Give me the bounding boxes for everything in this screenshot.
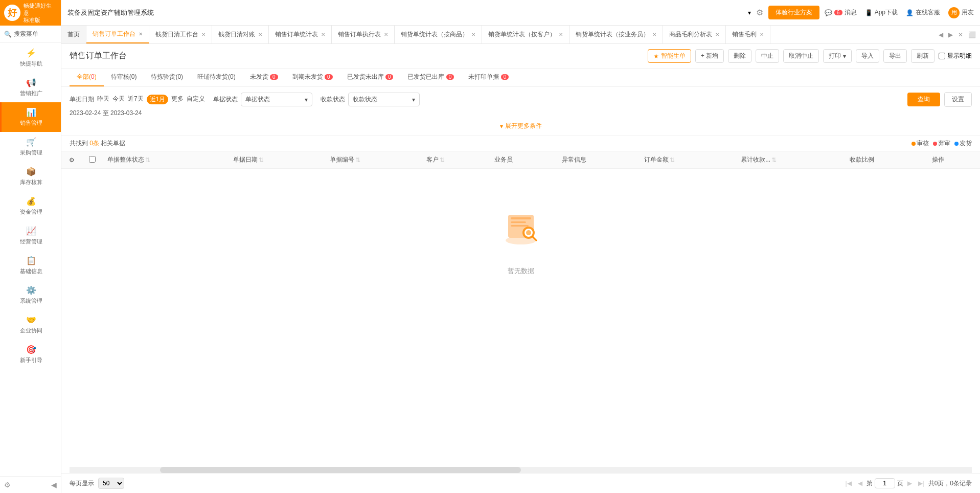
tab-sales-exec[interactable]: 销售订单执行表 ✕ (332, 26, 395, 43)
ship-btn[interactable]: 发货 (954, 139, 972, 148)
sidebar-item-guide[interactable]: 🎯 新手引导 (0, 340, 61, 369)
tab-close-cash-daily[interactable]: ✕ (201, 32, 206, 37)
tab-sales-summary-staff[interactable]: 销货单统计表（按业务员） ✕ (569, 26, 663, 43)
tab-sales-profit[interactable]: 销售毛利 ✕ (726, 26, 770, 43)
tab-sales-summary-customer[interactable]: 销货单统计表（按客户） ✕ (482, 26, 569, 43)
filter-tab-pending-review[interactable]: 待审核(0) (104, 69, 144, 86)
filter-tab-not-shipped[interactable]: 未发货 0 (243, 69, 285, 86)
sidebar-item-finance[interactable]: 💰 资金管理 (0, 191, 61, 221)
date-label: 单据日期 (70, 95, 94, 104)
tab-sales-stats[interactable]: 销售订单统计表 ✕ (269, 26, 332, 43)
filter-tab-pending-inspect[interactable]: 待拣验货(0) (144, 69, 190, 86)
industry-solution-btn[interactable]: 体验行业方案 (768, 6, 819, 19)
tab-next-btn[interactable]: ▶ (946, 30, 955, 39)
next-page-btn[interactable]: ▶ (905, 479, 914, 488)
tab-close-sales-summary-staff[interactable]: ✕ (652, 32, 656, 37)
sort-date[interactable]: 单据日期 ⇅ (233, 155, 320, 164)
settings-bottom-btn[interactable]: ⚙ (4, 481, 11, 489)
filter-tab-wangpu[interactable]: 旺铺待发货(0) (190, 69, 243, 86)
status-select[interactable]: 单据状态 ▾ (241, 93, 312, 106)
sidebar-search[interactable]: 🔍 搜索菜单 (0, 26, 61, 43)
sort-number[interactable]: 单据编号 ⇅ (330, 155, 416, 164)
stop-btn[interactable]: 中止 (756, 49, 779, 63)
sort-collected[interactable]: 累计收款... ⇅ (741, 155, 839, 164)
import-btn[interactable]: 导入 (856, 49, 879, 63)
col-settings[interactable]: ⚙ (61, 151, 82, 169)
tab-close-sales-workbench[interactable]: ✕ (139, 31, 143, 37)
tab-profit-analysis[interactable]: 商品毛利分析表 ✕ (663, 26, 726, 43)
tab-close-profit-analysis[interactable]: ✕ (715, 32, 719, 37)
smart-create-btn[interactable]: ★ 智能生单 (648, 49, 691, 63)
select-all-checkbox[interactable] (89, 156, 96, 163)
refresh-btn[interactable]: 刷新 (911, 49, 935, 63)
review-btn[interactable]: 审核 (911, 139, 929, 148)
add-btn[interactable]: + 新增 (695, 49, 724, 63)
filter-tab-shipped-out[interactable]: 已发货已出库 0 (400, 69, 461, 86)
query-btn[interactable]: 查询 (907, 93, 940, 106)
sidebar-item-marketing[interactable]: 📢 营销推广 (0, 73, 61, 102)
tab-close-sales-summary-customer[interactable]: ✕ (559, 32, 563, 37)
page-input[interactable] (875, 478, 895, 488)
date-1month[interactable]: 近1月 (147, 95, 169, 104)
tab-sales-summary-product[interactable]: 销货单统计表（按商品） ✕ (395, 26, 482, 43)
tab-close-all-btn[interactable]: ✕ (956, 30, 965, 39)
app-download-btn[interactable]: 📱 App下载 (865, 8, 898, 17)
sidebar-item-purchase[interactable]: 🛒 采购管理 (0, 132, 61, 162)
prev-page-btn[interactable]: ◀ (856, 479, 864, 488)
sidebar-item-enterprise[interactable]: 🤝 企业协同 (0, 310, 61, 340)
date-more[interactable]: 更多 (171, 95, 184, 104)
online-service-btn[interactable]: 👤 在线客服 (906, 8, 940, 17)
per-page-select[interactable]: 10 20 50 100 (98, 478, 124, 489)
sidebar-item-inventory[interactable]: 📦 库存核算 (0, 162, 61, 191)
delete-btn[interactable]: 删除 (728, 49, 751, 63)
tabbar: 首页 销售订单工作台 ✕ 钱货日清工作台 ✕ 钱货日清对账 ✕ 销售订单统计表 … (61, 26, 980, 44)
tab-close-cash-reconcile[interactable]: ✕ (258, 32, 262, 37)
tab-cash-daily[interactable]: 钱货日清工作台 ✕ (149, 26, 212, 43)
collapse-btn[interactable]: ◀ (51, 481, 57, 489)
sidebar-item-operation[interactable]: 📈 经营管理 (0, 221, 61, 251)
tab-close-sales-stats[interactable]: ✕ (321, 32, 325, 37)
scroll-bar-area[interactable] (70, 467, 972, 473)
tab-close-sales-profit[interactable]: ✕ (760, 32, 764, 37)
sort-amount[interactable]: 订单金额 ⇅ (644, 155, 731, 164)
sidebar-item-sales[interactable]: 📊 销售管理 (0, 102, 61, 132)
sidebar-item-quick-nav[interactable]: ⚡ 快捷导航 (0, 43, 61, 73)
expand-more-btn[interactable]: ▾ 展开更多条件 (500, 122, 542, 130)
filter-tab-not-printed[interactable]: 未打印单据 0 (461, 69, 516, 86)
cancel-review-btn[interactable]: 弃审 (933, 139, 950, 148)
date-today[interactable]: 今天 (112, 95, 125, 104)
print-btn[interactable]: 打印 ▾ (823, 49, 852, 63)
tab-expand-btn[interactable]: ⬜ (966, 30, 978, 39)
user-menu-btn[interactable]: 用 用友 (948, 7, 974, 18)
sidebar-item-system[interactable]: ⚙️ 系统管理 (0, 280, 61, 310)
filter-tab-shipped-not-out[interactable]: 已发货未出库 0 (340, 69, 401, 86)
filter-tab-overdue[interactable]: 到期未发货 0 (285, 69, 340, 86)
payment-select[interactable]: 收款状态 ▾ (348, 93, 420, 106)
export-btn[interactable]: 导出 (883, 49, 907, 63)
tab-cash-reconcile[interactable]: 钱货日清对账 ✕ (212, 26, 269, 43)
sort-customer[interactable]: 客户 ⇅ (426, 155, 484, 164)
tab-close-sales-exec[interactable]: ✕ (384, 32, 388, 37)
sidebar-item-base[interactable]: 📋 基础信息 (0, 251, 61, 280)
setting-btn[interactable]: 设置 (944, 92, 972, 107)
sort-status[interactable]: 单据整体状态 ⇅ (107, 155, 223, 164)
scroll-bar-handle[interactable] (160, 467, 521, 473)
date-custom[interactable]: 自定义 (187, 95, 205, 104)
tab-close-sales-summary-product[interactable]: ✕ (471, 32, 475, 37)
settings-icon-topbar[interactable]: ⚙ (756, 8, 763, 17)
system-dropdown[interactable]: ▾ (748, 9, 751, 16)
first-page-btn[interactable]: |◀ (843, 479, 853, 488)
filter-tab-all[interactable]: 全部(0) (70, 69, 104, 86)
show-detail-checkbox[interactable] (939, 53, 945, 59)
cancel-stop-btn[interactable]: 取消中止 (783, 49, 819, 63)
show-detail-label[interactable]: 显示明细 (939, 52, 972, 60)
date-yesterday[interactable]: 昨天 (97, 95, 109, 104)
col-checkbox[interactable] (82, 151, 102, 169)
last-page-btn[interactable]: ▶| (916, 479, 926, 488)
tab-prev-btn[interactable]: ◀ (937, 30, 945, 39)
tab-home[interactable]: 首页 (61, 26, 86, 43)
message-btn[interactable]: 💬 6 消息 (825, 8, 857, 17)
tab-sales-workbench[interactable]: 销售订单工作台 ✕ (86, 26, 149, 43)
sidebar-nav: 📢 营销推广 📊 销售管理 🛒 采购管理 📦 库存核算 💰 资金管理 📈 经营管… (0, 73, 61, 476)
date-7days[interactable]: 近7天 (128, 95, 144, 104)
